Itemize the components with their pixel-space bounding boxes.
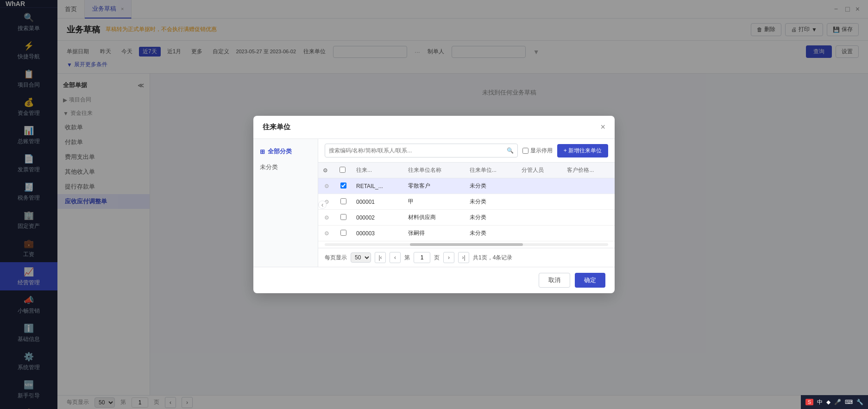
table-row[interactable]: ⚙ 000003 张嗣得 未分类	[318, 226, 615, 241]
total-info: 共1页，4条记录	[473, 254, 512, 262]
row-manager	[517, 210, 562, 226]
col-checkbox-header[interactable]	[335, 163, 352, 178]
show-disabled-checkbox[interactable]	[522, 148, 528, 154]
table-row[interactable]: ⚙ RETAIL_... 零散客户 未分类	[318, 178, 615, 194]
row-price	[562, 194, 615, 210]
row-category: 未分类	[465, 194, 517, 210]
row-manager	[517, 226, 562, 241]
first-page-btn[interactable]: |‹	[375, 252, 386, 263]
tray-lang-icon[interactable]: 中	[817, 398, 823, 406]
row-setting[interactable]: ⚙	[318, 178, 335, 194]
col-manager-header: 分管人员	[517, 163, 562, 178]
row-price	[562, 210, 615, 226]
per-page-label: 每页显示	[325, 254, 347, 262]
row-checkbox[interactable]	[335, 226, 352, 241]
col-price-header: 客户价格...	[562, 163, 615, 178]
category-grid-icon: ⊞	[260, 148, 265, 155]
dialog-footer: 取消 确定	[253, 267, 615, 293]
dialog-header: 往来单位 ×	[253, 116, 615, 139]
dialog-partner: 往来单位 × ⊞ 全部分类 未分类 ‹	[253, 116, 615, 293]
dialog-search-box: 🔍	[325, 144, 518, 157]
tray-settings-icon[interactable]: 🔧	[856, 399, 863, 405]
tray-mic-icon[interactable]: 🎤	[834, 399, 841, 405]
dialog-category-all[interactable]: ⊞ 全部分类	[253, 144, 318, 159]
row-name: 零散客户	[403, 178, 465, 194]
col-setting-header[interactable]: ⚙	[318, 163, 335, 178]
row-code: 000001	[352, 194, 403, 210]
dialog-right-panel: 🔍 显示停用 + 新增往来单位 ⚙	[318, 139, 615, 267]
tray-logo-icon: S	[805, 399, 813, 405]
row-code: 000003	[352, 226, 403, 241]
row-checkbox[interactable]	[335, 178, 352, 194]
confirm-button[interactable]: 确定	[575, 273, 605, 288]
row-category: 未分类	[465, 178, 517, 194]
row-category: 未分类	[465, 226, 517, 241]
page-unit-label: 页	[434, 254, 440, 262]
page-number-input[interactable]	[414, 252, 430, 263]
row-name: 甲	[403, 194, 465, 210]
row-checkbox[interactable]	[335, 210, 352, 226]
table-row[interactable]: ⚙ 000001 甲 未分类	[318, 194, 615, 210]
per-page-select[interactable]: 50	[351, 252, 371, 263]
row-code: RETAIL_...	[352, 178, 403, 194]
next-page-btn[interactable]: ›	[443, 252, 454, 263]
dialog-search-input[interactable]	[329, 147, 507, 154]
prev-page-btn[interactable]: ‹	[390, 252, 401, 263]
modal-overlay: 往来单位 × ⊞ 全部分类 未分类 ‹	[0, 0, 868, 409]
col-code-header: 往来...	[352, 163, 403, 178]
row-checkbox[interactable]	[335, 194, 352, 210]
dialog-left-panel: ⊞ 全部分类 未分类 ‹	[253, 139, 318, 267]
cancel-button[interactable]: 取消	[539, 273, 570, 288]
system-tray: S 中 ◆ 🎤 ⌨ 🔧	[801, 395, 868, 409]
row-manager	[517, 178, 562, 194]
dialog-scrollbar[interactable]	[325, 243, 608, 246]
dialog-pagination: 每页显示 50 |‹ ‹ 第 页 › ›| 共1页，4条记录	[318, 248, 615, 267]
dialog-data-table: ⚙ 往来... 往来单位名称 往来单位... 分管人员 客户价格... ⚙	[318, 163, 615, 241]
col-name-header: 往来单位名称	[403, 163, 465, 178]
row-name: 材料供应商	[403, 210, 465, 226]
dialog-title: 往来单位	[263, 123, 290, 132]
row-code: 000002	[352, 210, 403, 226]
tray-keyboard-icon[interactable]: ⌨	[845, 399, 853, 405]
page-word: 第	[404, 254, 410, 262]
col-category-header: 往来单位...	[465, 163, 517, 178]
left-panel-collapse-icon[interactable]: ‹	[318, 201, 327, 209]
row-price	[562, 178, 615, 194]
search-icon: 🔍	[507, 147, 514, 154]
row-setting[interactable]: ⚙	[318, 226, 335, 241]
show-disabled-label[interactable]: 显示停用	[522, 147, 553, 155]
row-setting[interactable]: ⚙	[318, 210, 335, 226]
row-manager	[517, 194, 562, 210]
dialog-toolbar: 🔍 显示停用 + 新增往来单位	[318, 139, 615, 163]
row-name: 张嗣得	[403, 226, 465, 241]
select-all-checkbox[interactable]	[340, 167, 346, 173]
dialog-category-unclassified[interactable]: 未分类	[253, 159, 318, 175]
tray-dot-icon: ◆	[826, 399, 830, 405]
add-partner-button[interactable]: + 新增往来单位	[557, 144, 608, 157]
last-page-btn[interactable]: ›|	[458, 252, 469, 263]
row-price	[562, 226, 615, 241]
dialog-body: ⊞ 全部分类 未分类 ‹ 🔍 显示停用	[253, 139, 615, 267]
table-row[interactable]: ⚙ 000002 材料供应商 未分类	[318, 210, 615, 226]
dialog-scrollbar-thumb	[410, 243, 523, 246]
dialog-close-button[interactable]: ×	[600, 122, 605, 132]
row-category: 未分类	[465, 210, 517, 226]
